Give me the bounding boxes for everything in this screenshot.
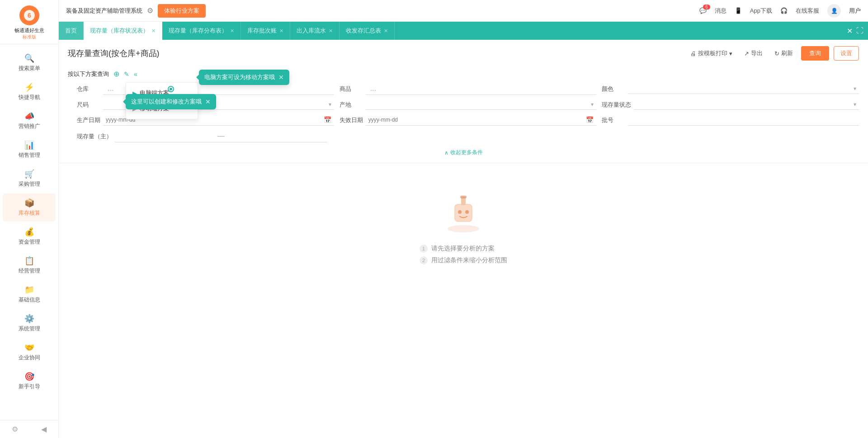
sidebar-item-base[interactable]: 📁 基础信息 [3,280,56,308]
content-inner: 现存量查询(按仓库+商品) 🖨 按模板打印 ▾ ↗ 导出 ↻ 刷新 [59,40,868,438]
tab-stock-summary-close[interactable]: ✕ [384,28,388,34]
filter-header: 按以下方案查询 ⊕ ✎ « ▶ 电脑端方案 ▶ 移动端方案 [68,70,859,78]
logo-badge: 标准版 [23,34,36,40]
export-button[interactable]: ↗ 导出 [741,47,766,59]
tab-bar: 首页 现存量（库存状况表） ✕ 现存量（库存分布表） ✕ 库存批次账 ✕ 出入库… [59,22,868,40]
print-dropdown-icon: ▾ [729,50,732,57]
logo-text: 畅通通好生意 [14,27,44,34]
collapse-bar[interactable]: ∧ 收起更多条件 [68,146,859,159]
sidebar-label-guide: 新手引导 [19,383,40,391]
export-label: 导出 [751,49,763,57]
sidebar-item-guide[interactable]: 🎯 新手引导 [3,367,56,395]
tooltip1-text: 电脑方案可设为移动方案哦 [204,73,275,81]
refresh-button[interactable]: ↻ 刷新 [771,47,797,59]
setting-button[interactable]: 设置 [834,46,859,61]
stock-qty-min[interactable] [118,133,216,140]
dot-indicator [169,87,173,91]
page-actions: 🖨 按模板打印 ▾ ↗ 导出 ↻ 刷新 查询 设置 [687,46,859,61]
tooltip-edit: 这里可以创建和修改方案哦 ✕ [126,94,216,109]
tab-stock-flow-close[interactable]: ✕ [329,28,333,34]
collapse-label: 收起更多条件 [450,149,483,156]
tab-stock-batch-close[interactable]: ✕ [279,28,283,34]
search-button[interactable]: 查询 [801,46,829,61]
empty-tip-1: 1 请先选择要分析的方案 [420,245,507,253]
exp-date-input[interactable]: 📅 [366,114,597,126]
back-schema-btn[interactable]: « [134,71,137,78]
mfg-calendar-icon[interactable]: 📅 [324,116,331,123]
page-title: 现存量查询(按仓库+商品) [68,48,160,59]
collab-icon: 🤝 [24,343,34,353]
app-download-label[interactable]: App下载 [750,7,772,15]
svg-rect-4 [456,205,471,221]
sidebar-item-operation[interactable]: 📋 经营管理 [3,251,56,279]
tab-stock-summary-label: 收发存汇总表 [346,27,381,35]
guide-icon: 🎯 [24,372,34,381]
goods-select[interactable]: ... [366,83,597,95]
warehouse-label: 仓库 [77,85,100,93]
tab-stock-flow-label: 出入库流水 [297,27,326,35]
tab-stock-dist-close[interactable]: ✕ [230,28,234,34]
svg-point-6 [465,210,469,214]
refresh-label: 刷新 [781,49,793,57]
tab-expand-icon[interactable]: ⛶ [856,27,863,35]
tab-home-label: 首页 [65,27,77,35]
sidebar-collapse-btn[interactable]: ◀ [41,425,47,433]
edit-schema-btn[interactable]: ✎ [124,71,129,78]
online-service-label[interactable]: 在线客服 [796,7,819,15]
stock-status-select[interactable]: ▾ [634,99,859,110]
gear-icon[interactable]: ⚙ [147,6,153,15]
main-content: 装备及固定资产辅助管理系统 ⚙ 体验行业方案 💬 6 消息 📱 App下载 🎧 … [59,0,868,438]
sidebar-settings-btn[interactable]: ⚙ [12,425,18,433]
user-label: 用户 [849,7,861,15]
filter-exp-date: 失效日期 📅 [340,114,597,126]
tooltip2-close[interactable]: ✕ [205,98,211,105]
tab-close-all-icon[interactable]: ✕ [847,27,853,35]
finance-icon: 💰 [24,227,34,237]
color-select[interactable]: ▾ [628,84,859,94]
tab-stock-status-close[interactable]: ✕ [151,28,156,34]
search-icon: 🔍 [24,53,34,63]
sidebar-label-inventory: 库存核算 [19,209,40,217]
sidebar-item-marketing[interactable]: 📣 营销推广 [3,107,56,135]
stock-qty-max[interactable] [226,133,325,140]
print-button[interactable]: 🖨 按模板打印 ▾ [687,47,736,59]
empty-state: 1 请先选择要分析的方案 2 用过滤条件来缩小分析范围 [59,163,868,286]
tab-stock-dist[interactable]: 现存量（库存分布表） ✕ [162,22,241,40]
batch-input[interactable] [628,115,859,126]
tab-home[interactable]: 首页 [59,22,84,40]
tab-stock-summary[interactable]: 收发存汇总表 ✕ [340,22,395,40]
sidebar-item-sales[interactable]: 📊 销售管理 [3,136,56,164]
sidebar-footer: ⚙ ◀ [0,420,58,438]
sidebar-item-system[interactable]: ⚙️ 系统管理 [3,309,56,337]
color-label: 颜色 [602,85,625,93]
sidebar-item-inventory[interactable]: 📦 库存核算 [3,193,56,221]
warehouse-dots: ... [108,85,113,93]
svg-point-5 [458,210,462,214]
topbar-right: 💬 6 消息 📱 App下载 🎧 在线客服 👤 用户 [699,4,861,18]
avatar-icon: 👤 [831,8,838,14]
system-icon: ⚙️ [24,314,34,324]
exp-date-field[interactable] [368,117,586,123]
tab-stock-status-label: 现存量（库存状况表） [90,27,149,35]
tab-stock-status[interactable]: 现存量（库存状况表） ✕ [84,22,162,40]
origin-select[interactable]: ▾ [366,99,597,110]
stock-status-arrow-icon: ▾ [854,101,856,108]
sidebar-item-purchase[interactable]: 🛒 采购管理 [3,165,56,193]
purchase-icon: 🛒 [24,169,34,179]
print-label: 按模板打印 [698,49,727,57]
page-header: 现存量查询(按仓库+商品) 🖨 按模板打印 ▾ ↗ 导出 ↻ 刷新 [59,40,868,65]
trial-button[interactable]: 体验行业方案 [158,4,206,18]
sidebar-item-collab[interactable]: 🤝 企业协同 [3,338,56,366]
mfg-date-label: 生产日期 [77,116,100,124]
exp-calendar-icon[interactable]: 📅 [586,116,594,123]
tab-stock-batch[interactable]: 库存批次账 ✕ [241,22,290,40]
sidebar-item-finance[interactable]: 💰 资金管理 [3,222,56,250]
sidebar-item-nav[interactable]: ⚡ 快捷导航 [3,78,56,106]
filter-stock-qty: 现存量（主） — [77,130,327,142]
sidebar-item-search[interactable]: 🔍 搜索菜单 [3,49,56,77]
stock-qty-range[interactable]: — [115,130,327,142]
add-schema-btn[interactable]: ⊕ [113,70,119,78]
tooltip1-close[interactable]: ✕ [278,74,284,81]
avatar: 👤 [827,4,841,18]
tab-stock-flow[interactable]: 出入库流水 ✕ [290,22,340,40]
